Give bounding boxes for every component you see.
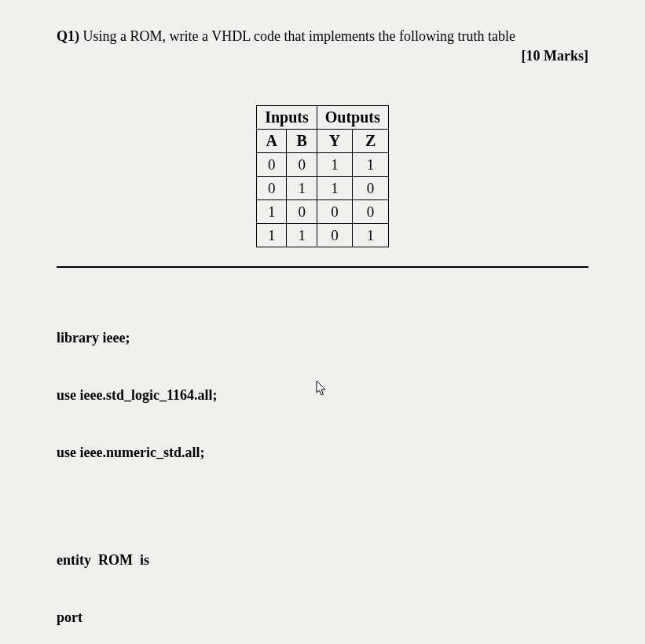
table-row: 1 1 0 1 bbox=[257, 224, 389, 247]
document-page: Q1) Using a ROM, write a VHDL code that … bbox=[0, 0, 645, 644]
cell: 1 bbox=[317, 153, 353, 177]
divider bbox=[57, 266, 588, 268]
table-header-outputs: Outputs bbox=[317, 106, 388, 130]
col-A: A bbox=[257, 130, 287, 153]
table-group-header-row: Inputs Outputs bbox=[257, 106, 389, 130]
question-label: Q1) bbox=[57, 28, 79, 44]
cell: 0 bbox=[353, 200, 389, 224]
code-line: use ieee.std_logic_1164.all; bbox=[57, 386, 588, 404]
table-row: 0 0 1 1 bbox=[257, 153, 389, 177]
cell: 0 bbox=[287, 200, 317, 224]
cell: 1 bbox=[353, 153, 389, 177]
cell: 1 bbox=[317, 177, 353, 200]
question-text: Q1) Using a ROM, write a VHDL code that … bbox=[57, 27, 588, 46]
question-marks: [10 Marks] bbox=[57, 48, 588, 64]
col-Y: Y bbox=[317, 130, 353, 153]
table-row: 0 1 1 0 bbox=[257, 177, 389, 200]
cell: 0 bbox=[257, 153, 287, 177]
cell: 1 bbox=[257, 224, 287, 247]
cell: 0 bbox=[317, 224, 353, 247]
table-col-header-row: A B Y Z bbox=[257, 130, 389, 153]
cell: 0 bbox=[257, 177, 287, 200]
col-Z: Z bbox=[353, 130, 389, 153]
table-header-inputs: Inputs bbox=[257, 106, 317, 130]
cell: 0 bbox=[287, 153, 317, 177]
table-row: 1 0 0 0 bbox=[257, 200, 389, 224]
cell: 1 bbox=[287, 224, 317, 247]
cell: 0 bbox=[317, 200, 353, 224]
cell: 1 bbox=[353, 224, 389, 247]
code-line: library ieee; bbox=[57, 328, 588, 347]
code-line: entity ROM is bbox=[57, 551, 588, 569]
code-line: port bbox=[57, 608, 588, 627]
cell: 1 bbox=[257, 200, 287, 224]
cell: 1 bbox=[287, 177, 317, 200]
col-B: B bbox=[287, 130, 317, 153]
truth-table: Inputs Outputs A B Y Z 0 0 1 1 0 1 1 0 1… bbox=[256, 105, 389, 247]
code-line: use ieee.numeric_std.all; bbox=[57, 443, 588, 462]
code-block: library ieee; use ieee.std_logic_1164.al… bbox=[57, 290, 588, 644]
question-body: Using a ROM, write a VHDL code that impl… bbox=[79, 28, 515, 44]
cell: 0 bbox=[353, 177, 389, 200]
